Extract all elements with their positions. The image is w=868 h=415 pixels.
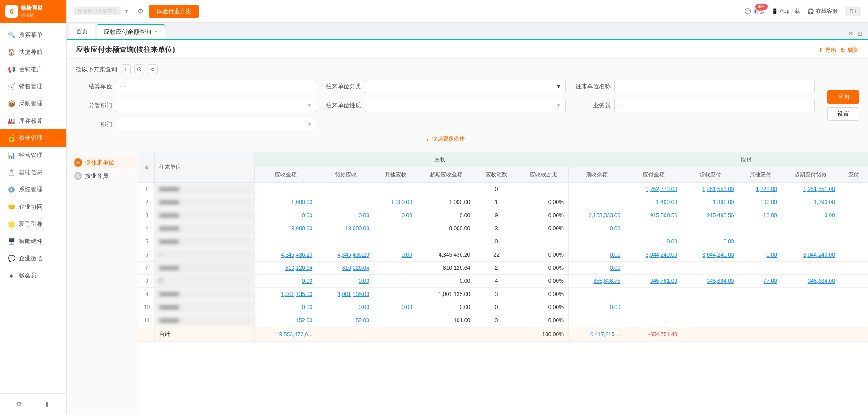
service-icon: 🎧 — [807, 8, 814, 14]
sidebar-footer: ⚙ ⏸ — [0, 393, 66, 415]
settings-footer-icon[interactable]: ⚙ — [16, 400, 22, 409]
sidebar-item-guide[interactable]: 🌟 新手引导 — [0, 215, 66, 233]
th-ar-ratio: 应收款占比 — [518, 167, 569, 183]
setting-button[interactable]: 设置 — [827, 107, 859, 121]
filter-settings-icon[interactable]: ⊙ — [134, 64, 144, 74]
sidebar-item-basic[interactable]: 📋 基础信息 — [0, 164, 66, 181]
filter-row-dept: 分管部门 ▼ — [76, 99, 316, 112]
table-row: 11■■■■■■152.00152.00101.0030.00% — [139, 314, 868, 327]
th-ap-other: 其他应付 — [739, 167, 782, 183]
guide-icon: 🌟 — [7, 220, 15, 228]
tab-balance[interactable]: 应收应付余额查询 × — [97, 24, 165, 39]
filter-row-salesperson: 业务员 ··· — [575, 99, 815, 112]
sidebar-item-label: 系统管理 — [19, 186, 42, 194]
total-ap-amount[interactable]: -654,751.40 — [625, 327, 682, 342]
page-header: 应收应付余额查询(按往来单位) ⬆ 导出 ↻ 刷新 — [67, 40, 868, 59]
total-label: 合计 — [155, 327, 255, 342]
sidebar-item-finance[interactable]: 💰 资金管理 — [0, 129, 66, 147]
tabbar: 首页 应收应付余额查询 × ✕ ⊡ — [67, 23, 868, 40]
marketing-icon: 📢 — [7, 65, 15, 73]
user-menu[interactable]: Rit — [845, 8, 861, 14]
sidebar-item-label: 经营管理 — [19, 151, 42, 159]
tab-close-icon[interactable]: × — [155, 29, 157, 35]
sidebar-item-label: 搜索菜单 — [19, 31, 42, 39]
scheme-salesperson-label: 按业务员 — [85, 172, 108, 180]
message-icon: 💬 — [745, 8, 751, 14]
sidebar-item-search[interactable]: 🔍 搜索菜单 — [0, 26, 66, 43]
collapse-icon: ∧ — [426, 136, 430, 142]
department-input[interactable]: ▼ — [116, 118, 316, 131]
sidebar-item-collab[interactable]: 🤝 企业协同 — [0, 198, 66, 215]
tab-home-label: 首页 — [76, 28, 88, 36]
close-tab-icon[interactable]: ✕ — [848, 30, 854, 37]
sidebar-item-hardware[interactable]: 🖥️ 智能硬件 — [0, 233, 66, 250]
export-icon: ⬆ — [818, 47, 823, 53]
filter-top: 按以下方案查询 + ⊙ « — [76, 64, 815, 74]
filter-area: 按以下方案查询 + ⊙ « 结算单位 ··· — [67, 59, 868, 152]
th-ap-loan: 贷款应付 — [682, 167, 739, 183]
th-ar-amount: 应收金额 — [254, 167, 317, 183]
sidebar-item-label: 资金管理 — [19, 134, 42, 142]
solution-button[interactable]: 体验行业方案 — [149, 5, 199, 18]
partner-category-input[interactable]: ▼ — [365, 80, 565, 93]
home-icon: 🏠 — [7, 48, 15, 56]
topbar-settings-icon[interactable]: ⚙ — [137, 7, 144, 15]
refresh-button[interactable]: ↻ 刷新 — [840, 46, 859, 54]
sidebar-item-wechat[interactable]: 💬 企业微信 — [0, 250, 66, 267]
th-payable-group: 应付 — [625, 152, 868, 167]
tab-home[interactable]: 首页 — [69, 24, 95, 39]
partner-nature-input[interactable]: ▼ — [365, 99, 565, 112]
scheme-item-salesperson[interactable]: W 按业务员 — [71, 169, 135, 183]
th-ar-count: 应收笔数 — [475, 167, 518, 183]
partner-name-input[interactable] — [614, 80, 815, 93]
sidebar-item-inventory[interactable]: 🏭 库存核算 — [0, 112, 66, 129]
filter-label-department: 部门 — [76, 120, 112, 129]
sidebar-item-label: 销售管理 — [19, 82, 42, 91]
hardware-icon: 🖥️ — [7, 237, 15, 245]
sidebar-item-marketing[interactable]: 📢 营销推广 — [0, 61, 66, 78]
content-body: W 按往来单位 W 按业务员 ⚙ 往来单位 应收 应付 — [67, 152, 868, 415]
filter-collapse-icon[interactable]: « — [148, 64, 158, 74]
th-ap-extra: 应付 — [840, 167, 868, 183]
sidebar-item-operation[interactable]: 📊 经营管理 — [0, 147, 66, 164]
app-label: App下载 — [780, 7, 800, 15]
sidebar-item-member[interactable]: ♦ 畅会员 — [0, 267, 66, 284]
total-ar-prepaid[interactable]: 6,417,215.... — [568, 327, 625, 342]
export-button[interactable]: ⬆ 导出 — [818, 46, 837, 54]
table-row: 10■■■■■■0.000.000.000.0000.00%0.00 — [139, 301, 868, 314]
sidebar-item-label: 快捷导航 — [19, 48, 42, 56]
th-ar-overdue: 超期应收金额 — [417, 167, 475, 183]
settlement-unit-input[interactable]: ··· — [116, 80, 316, 93]
add-filter-button[interactable]: + — [121, 64, 131, 74]
salesperson-input[interactable]: ··· — [614, 99, 815, 112]
service-button[interactable]: 🎧 在线客服 — [807, 7, 838, 15]
table-row: 4■■■■■■18,000.0018,000.009,000.0030.00%0… — [139, 222, 868, 235]
dept-input[interactable]: ▼ — [116, 99, 316, 112]
purchase-icon: 📦 — [7, 100, 15, 108]
topbar-breadcrumb: 应收应付余额查询 — [74, 7, 121, 15]
th-settings[interactable]: ⚙ — [139, 152, 155, 183]
sidebar-item-home[interactable]: 🏠 快捷导航 — [0, 43, 66, 61]
filter-label-dept: 分管部门 — [76, 101, 112, 110]
tabbar-actions: ✕ ⊡ — [843, 30, 868, 39]
collapse-filter-button[interactable]: ∧ 收起更多条件 — [76, 131, 815, 146]
collapse-sidebar-icon[interactable]: ⏸ — [43, 401, 51, 409]
table-row: 6^4,345,436.204,345,436.200.004,345,436.… — [139, 248, 868, 262]
sidebar-item-system[interactable]: ⚙️ 系统管理 — [0, 181, 66, 198]
message-button[interactable]: 💬 消息 99 — [745, 7, 764, 15]
table-row: 9■■■■■■1,001,135.001,001,135.001,001,135… — [139, 288, 868, 301]
th-ar-prepaid: 预收余额 — [568, 167, 625, 183]
sidebar-item-purchase[interactable]: 📦 采购管理 — [0, 95, 66, 112]
sidebar-item-label: 畅会员 — [19, 272, 37, 280]
scheme-item-partner[interactable]: W 按往来单位 — [71, 156, 135, 169]
sidebar-item-sales[interactable]: 🛒 销售管理 — [0, 78, 66, 95]
table-row: 5■■■■■■00.000.00 — [139, 235, 868, 248]
filter-label-partner-name: 往来单位名称 — [575, 82, 611, 91]
th-ap-overdue: 超期应付贷款 — [782, 167, 840, 183]
expand-tab-icon[interactable]: ⊡ — [857, 30, 863, 37]
user-name: Rit — [845, 7, 861, 16]
app-download-button[interactable]: 📱 App下载 — [771, 7, 800, 15]
query-button[interactable]: 查询 — [827, 90, 859, 104]
total-ar-amount[interactable]: 19,553,472,6... — [254, 327, 317, 342]
basic-icon: 📋 — [7, 168, 15, 176]
